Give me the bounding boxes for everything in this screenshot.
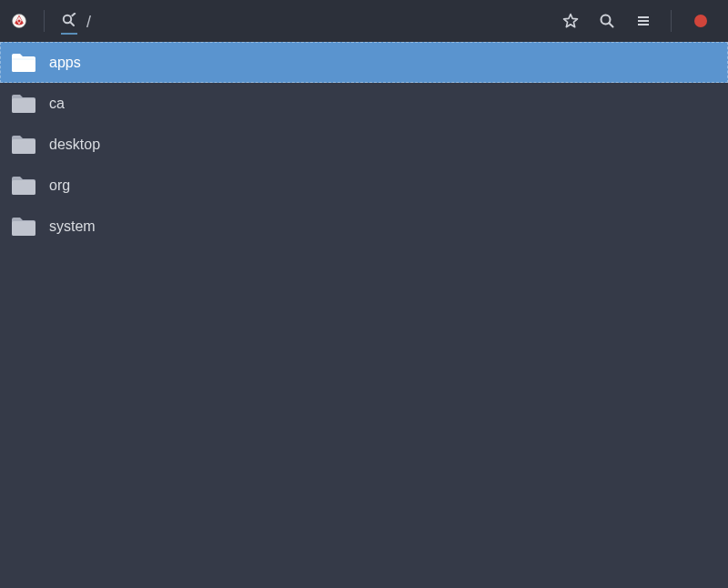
svg-line-3: [70, 22, 74, 25]
folder-label: ca: [49, 96, 65, 112]
folder-icon: [11, 175, 36, 197]
svg-rect-7: [638, 20, 649, 22]
folder-label: desktop: [49, 137, 100, 153]
header-right: [552, 3, 717, 39]
list-item[interactable]: ca: [0, 83, 728, 124]
folder-icon: [11, 216, 36, 238]
record-icon: [694, 15, 707, 27]
folder-icon: [11, 93, 36, 115]
edit-find-icon[interactable]: [61, 13, 77, 35]
favorite-button[interactable]: [552, 3, 589, 39]
separator: [671, 10, 672, 32]
svg-point-1: [18, 20, 21, 23]
search-button[interactable]: [589, 3, 625, 39]
list-item[interactable]: apps: [0, 42, 728, 83]
folder-list: apps ca desktop org: [0, 42, 728, 588]
list-item[interactable]: desktop: [0, 124, 728, 165]
svg-line-5: [609, 23, 612, 26]
app-icon[interactable]: [11, 13, 27, 29]
record-button[interactable]: [681, 3, 717, 39]
folder-label: org: [49, 177, 70, 194]
svg-rect-8: [638, 24, 649, 25]
folder-icon: [11, 52, 36, 74]
folder-label: apps: [49, 55, 81, 71]
header-left: /: [11, 7, 91, 35]
list-item[interactable]: org: [0, 165, 728, 206]
header-bar: /: [0, 0, 728, 42]
separator: [44, 10, 45, 32]
svg-rect-6: [638, 16, 649, 18]
folder-label: system: [49, 218, 96, 235]
list-item[interactable]: system: [0, 206, 728, 247]
menu-button[interactable]: [625, 3, 662, 39]
path-text: /: [86, 13, 91, 32]
folder-icon: [11, 134, 36, 156]
breadcrumb[interactable]: /: [61, 7, 91, 35]
